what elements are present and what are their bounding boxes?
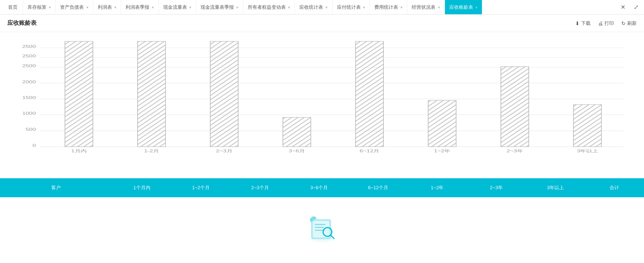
col-1month-label: 1个月内 [134,185,150,190]
y-label-2500a: 2500 [22,64,36,68]
tab-cashflow-quarterly[interactable]: 现金流量表季报 × [196,0,243,15]
refresh-icon: ↻ [621,20,626,26]
y-label-500: 500 [26,127,36,132]
print-button[interactable]: 🖨 打印 [598,20,614,27]
tab-expense-close[interactable]: × [400,5,402,9]
x-label-6-12month: 6~12月 [360,149,379,153]
tab-profit-quarterly-close[interactable]: × [151,5,154,9]
tab-equity[interactable]: 所有者权益变动表 × [243,0,295,15]
col-3-6month: 3~6个月 [289,184,348,191]
col-2-3year: 2~3年 [467,184,526,191]
refresh-label: 刷新 [627,20,637,27]
col-2-3month-label: 2~3个月 [251,185,269,190]
tab-bar: 首页 库存核算 × 资产负债表 × 利润表 × 利润表季报 × 现金流量表 × … [0,0,644,15]
tab-operation[interactable]: 经营状况表 × [407,0,445,15]
tab-ap-stat-close[interactable]: × [363,5,365,9]
tab-cashflow-quarterly-label: 现金流量表季报 [201,4,234,11]
page-header: 应收账龄表 ⬇ 下载 🖨 打印 ↻ 刷新 [0,15,644,32]
col-3plus-year: 3年以上 [526,184,585,191]
col-3-6month-label: 3~6个月 [310,185,328,190]
bar-3-6month [283,117,311,146]
chart-svg: 0 500 1000 1500 2000 2500 2500 2500 [15,39,629,164]
window-maximize-btn[interactable]: ⤢ [631,2,641,12]
tab-profit-close[interactable]: × [114,5,116,9]
tab-inventory-label: 库存核算 [27,4,46,11]
tab-operation-close[interactable]: × [438,5,440,9]
tab-equity-label: 所有者权益变动表 [248,4,286,11]
bar-1month [65,41,93,146]
col-1-2month: 1~2个月 [171,184,230,191]
tab-ar-stat-label: 应收统计表 [299,4,323,11]
home-tab-label: 首页 [8,4,18,11]
y-label-1000: 1000 [22,111,36,116]
page-title: 应收账龄表 [7,19,37,27]
empty-icon [304,212,340,245]
svg-rect-13 [315,227,324,228]
chart-container: 0 500 1000 1500 2000 2500 2500 2500 [15,39,629,164]
tab-balance-sheet-close[interactable]: × [86,5,88,9]
tab-operation-label: 经营状况表 [412,4,435,11]
window-close-btn[interactable]: ✕ [618,2,628,12]
col-1month: 1个月内 [112,184,171,191]
tab-ap-stat-label: 应付统计表 [337,4,361,11]
col-total-label: 合计 [610,185,619,190]
x-label-1-2month: 1-2月 [144,149,159,153]
download-label: 下载 [581,20,591,27]
tab-ar-aging[interactable]: 应收账龄表 × [445,0,482,15]
col-6-12month: 6~12个月 [349,184,408,191]
tab-expense[interactable]: 费用统计表 × [370,0,407,15]
tab-cashflow-quarterly-close[interactable]: × [236,5,238,9]
tab-profit[interactable]: 利润表 × [93,0,121,15]
col-2-3year-label: 2~3年 [490,185,503,190]
col-customer-label: 客户 [51,185,61,190]
x-label-1month: 1月内 [71,149,87,153]
bar-2-3year [501,66,529,146]
download-icon: ⬇ [575,20,580,26]
tab-profit-label: 利润表 [98,4,112,11]
bar-2-3month [210,41,238,146]
tab-expense-label: 费用统计表 [374,4,398,11]
col-1-2year: 1~2年 [408,184,467,191]
y-label-2500b: 2500 [22,54,36,58]
x-label-2-3year: 2~3年 [506,149,523,153]
tab-ar-aging-label: 应收账龄表 [449,4,473,11]
tab-balance-sheet-label: 资产负债表 [60,4,84,11]
refresh-button[interactable]: ↻ 刷新 [621,20,637,27]
bar-3plus-year [573,104,601,146]
x-label-3plus-year: 3年以上 [577,149,598,153]
header-actions: ⬇ 下载 🖨 打印 ↻ 刷新 [575,20,637,27]
tab-equity-close[interactable]: × [288,5,290,9]
tab-ar-stat[interactable]: 应收统计表 × [295,0,332,15]
svg-rect-11 [313,221,329,237]
print-icon: 🖨 [598,20,603,26]
tab-ar-aging-close[interactable]: × [475,5,478,9]
col-total: 合计 [585,184,644,191]
x-label-1-2year: 1~2年 [434,149,450,153]
col-1-2month-label: 1~2个月 [192,185,210,190]
download-button[interactable]: ⬇ 下载 [575,20,591,27]
tab-profit-quarterly[interactable]: 利润表季报 × [121,0,158,15]
tab-cashflow[interactable]: 现金流量表 × [159,0,196,15]
tab-ar-stat-close[interactable]: × [325,5,327,9]
tab-balance-sheet[interactable]: 资产负债表 × [56,0,93,15]
y-label-0: 0 [33,143,36,148]
tab-home[interactable]: 首页 [3,0,23,15]
y-label-2500c: 2500 [22,44,36,49]
col-1-2year-label: 1~2年 [431,185,443,190]
tab-cashflow-close[interactable]: × [189,5,191,9]
tab-cashflow-label: 现金流量表 [163,4,187,11]
tab-inventory-close[interactable]: × [49,5,51,9]
col-6-12month-label: 6~12个月 [368,185,388,190]
y-label-2000: 2000 [22,79,36,84]
col-2-3month: 2~3个月 [231,184,289,191]
empty-state [0,197,644,259]
tab-bar-actions: ✕ ⤢ [618,2,641,12]
table-header: 客户 1个月内 1~2个月 2~3个月 3~6个月 6~12个月 1~2年 2~… [0,178,644,197]
y-label-1500: 1500 [22,95,36,100]
print-label: 打印 [604,20,614,27]
tab-ap-stat[interactable]: 应付统计表 × [333,0,370,15]
x-label-2-3month: 2~3月 [216,149,232,153]
bar-6-12month [356,41,383,146]
tab-inventory[interactable]: 库存核算 × [23,0,56,15]
chart-area: 0 500 1000 1500 2000 2500 2500 2500 [0,32,644,178]
